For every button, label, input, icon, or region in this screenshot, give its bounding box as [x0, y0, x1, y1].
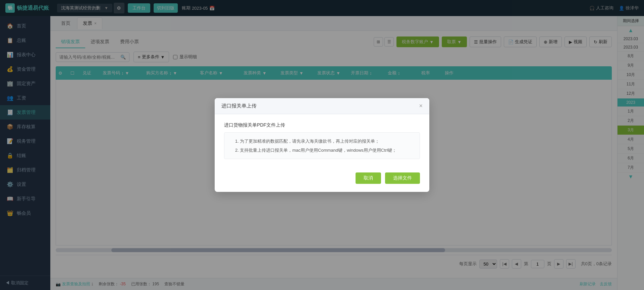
dialog-body: 进口货物报关单PDF文件上传 1. 为了更加精准的数据匹配，请先录入海关缴款书，…	[215, 114, 429, 167]
dialog-select-button[interactable]: 选择文件	[385, 172, 420, 184]
dialog-info-item-1: 2. 支持批量上传进口报关单，mac用户使用Command键，windows用户…	[235, 146, 414, 154]
dialog-header: 进口报关单上传 ×	[215, 98, 429, 114]
dialog-info-box: 1. 为了更加精准的数据匹配，请先录入海关缴款书，再上传对应的报关单； 2. 支…	[224, 132, 420, 159]
dialog-title: 进口报关单上传	[221, 103, 257, 109]
dialog-cancel-button[interactable]: 取消	[356, 172, 381, 184]
dialog-info-item-0: 1. 为了更加精准的数据匹配，请先录入海关缴款书，再上传对应的报关单；	[235, 137, 414, 145]
dialog-footer: 取消 选择文件	[215, 167, 429, 192]
dialog: 进口报关单上传 × 进口货物报关单PDF文件上传 1. 为了更加精准的数据匹配，…	[215, 98, 429, 192]
dialog-section-title: 进口货物报关单PDF文件上传	[224, 122, 420, 128]
dialog-overlay[interactable]: 进口报关单上传 × 进口货物报关单PDF文件上传 1. 为了更加精准的数据匹配，…	[0, 0, 644, 290]
dialog-close-icon[interactable]: ×	[419, 103, 423, 109]
